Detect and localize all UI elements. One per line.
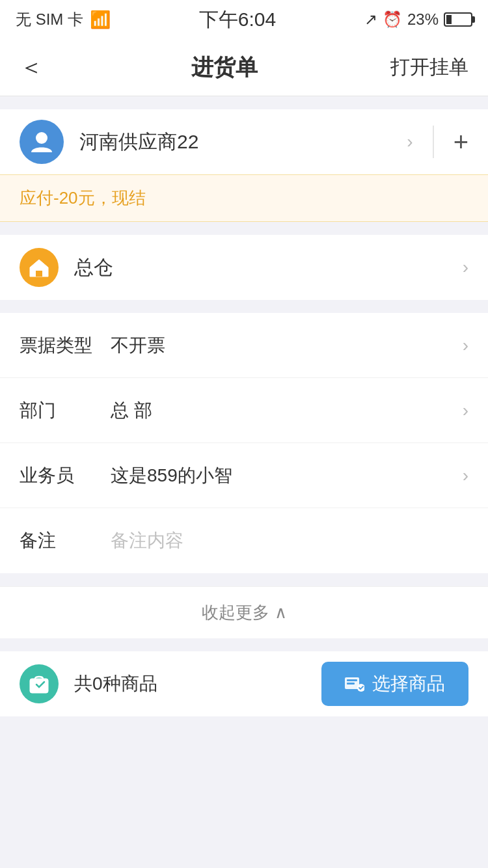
- dept-chevron-icon: ›: [463, 400, 468, 421]
- battery-icon: [444, 12, 472, 27]
- warehouse-name: 总仓: [74, 254, 463, 281]
- alarm-icon: ⏰: [383, 10, 402, 29]
- salesperson-label: 业务员: [20, 463, 111, 488]
- product-count-label: 共0种商品: [74, 671, 321, 696]
- notice-banner: 应付-20元，现结: [0, 174, 488, 222]
- supplier-avatar: [20, 120, 64, 164]
- open-pending-button[interactable]: 打开挂单: [390, 54, 468, 81]
- collapse-button[interactable]: 收起更多 ∧: [202, 601, 287, 624]
- svg-rect-5: [347, 683, 355, 685]
- dept-row[interactable]: 部门 总 部 ›: [0, 378, 488, 443]
- supplier-name: 河南供应商22: [79, 129, 407, 156]
- select-product-button[interactable]: 选择商品: [321, 662, 468, 706]
- status-left: 无 SIM 卡 📶: [16, 9, 111, 30]
- collapse-icon: ∧: [275, 603, 287, 623]
- product-icon: [20, 664, 59, 703]
- warehouse-chevron-icon: ›: [463, 257, 468, 278]
- select-product-label: 选择商品: [372, 671, 445, 696]
- supplier-divider: [433, 126, 434, 158]
- collapse-label: 收起更多: [202, 601, 269, 624]
- warehouse-row[interactable]: 总仓 ›: [0, 235, 488, 300]
- dept-value: 总 部: [111, 398, 463, 423]
- remark-label: 备注: [20, 528, 111, 553]
- remark-input[interactable]: 备注内容: [111, 528, 468, 553]
- section-gap-1: [0, 96, 488, 109]
- form-section: 票据类型 不开票 › 部门 总 部 › 业务员 这是859的小智 › 备注 备注…: [0, 313, 488, 573]
- invoice-chevron-icon: ›: [463, 335, 468, 356]
- status-time: 下午6:04: [199, 7, 276, 33]
- svg-rect-2: [30, 679, 48, 693]
- salesperson-chevron-icon: ›: [463, 465, 468, 486]
- battery-percent: 23%: [407, 10, 439, 29]
- remaining-area: [0, 716, 488, 868]
- invoice-type-label: 票据类型: [20, 333, 111, 358]
- bottom-bar: 共0种商品 选择商品: [0, 651, 488, 716]
- svg-point-0: [36, 132, 47, 144]
- page-title: 进货单: [191, 53, 258, 83]
- invoice-type-value: 不开票: [111, 333, 463, 358]
- remark-row[interactable]: 备注 备注内容: [0, 508, 488, 573]
- status-bar: 无 SIM 卡 📶 下午6:04 ↗ ⏰ 23%: [0, 0, 488, 39]
- warehouse-icon: [20, 248, 59, 287]
- status-right: ↗ ⏰ 23%: [364, 10, 472, 29]
- invoice-type-row[interactable]: 票据类型 不开票 ›: [0, 313, 488, 378]
- salesperson-row[interactable]: 业务员 这是859的小智 ›: [0, 443, 488, 508]
- carrier-text: 无 SIM 卡: [16, 9, 83, 30]
- salesperson-value: 这是859的小智: [111, 463, 463, 488]
- notice-text: 应付-20元，现结: [20, 188, 146, 208]
- supplier-row[interactable]: 河南供应商22 › +: [0, 109, 488, 174]
- add-supplier-button[interactable]: +: [454, 128, 468, 157]
- svg-rect-1: [36, 271, 42, 277]
- nav-bar: ＜ 进货单 打开挂单: [0, 39, 488, 96]
- svg-rect-4: [347, 679, 357, 681]
- supplier-chevron-icon: ›: [407, 131, 413, 152]
- collapse-section: 收起更多 ∧: [0, 586, 488, 638]
- back-button[interactable]: ＜: [20, 51, 59, 83]
- location-icon: ↗: [364, 10, 377, 29]
- dept-label: 部门: [20, 398, 111, 423]
- supplier-section: 河南供应商22 › + 应付-20元，现结: [0, 109, 488, 222]
- wifi-icon: 📶: [90, 10, 111, 30]
